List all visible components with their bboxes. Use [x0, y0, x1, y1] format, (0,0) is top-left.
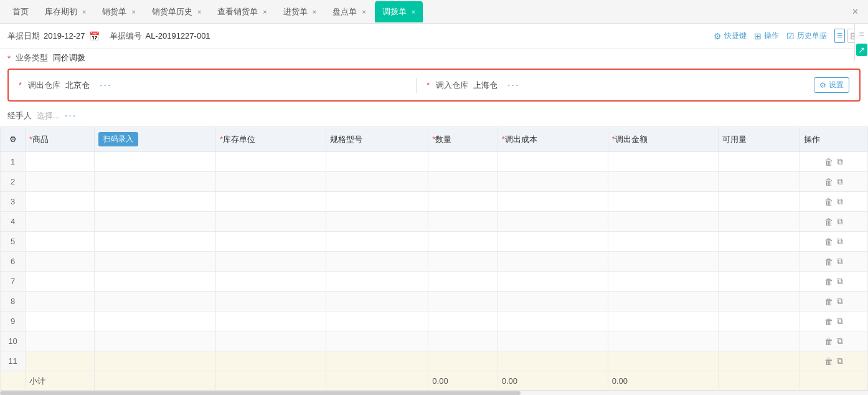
tab-close-inventory-init[interactable]: × — [82, 8, 86, 16]
copy-icon-8[interactable]: ⧉ — [837, 296, 843, 307]
row-10-unit[interactable] — [215, 331, 326, 351]
row-10-product[interactable] — [26, 331, 95, 351]
row-11-qty[interactable] — [428, 351, 498, 371]
transfer-in-more-btn[interactable]: ··· — [507, 80, 519, 91]
row-3-spec[interactable] — [326, 192, 428, 212]
tab-close-purchase[interactable]: × — [313, 8, 316, 16]
scrollbar-thumb[interactable] — [0, 391, 521, 395]
copy-icon-10[interactable]: ⧉ — [837, 336, 843, 346]
copy-icon-7[interactable]: ⧉ — [837, 276, 843, 287]
row-11-unit[interactable] — [215, 351, 326, 371]
row-11-cost[interactable] — [498, 351, 608, 371]
tab-close-transfer[interactable]: × — [412, 8, 415, 16]
row-7-spec[interactable] — [326, 272, 428, 292]
row-6-spec[interactable] — [326, 252, 428, 272]
row-8-amount[interactable] — [608, 292, 718, 312]
delete-icon-6[interactable]: 🗑 — [824, 257, 833, 267]
row-3-unit[interactable] — [215, 192, 326, 212]
row-5-cost[interactable] — [498, 232, 608, 252]
row-4-unit[interactable] — [215, 212, 326, 232]
row-5-unit[interactable] — [215, 232, 326, 252]
row-9-cost[interactable] — [498, 312, 608, 331]
row-3-product[interactable] — [26, 192, 95, 212]
row-8-spec[interactable] — [326, 292, 428, 312]
row-8-unit[interactable] — [215, 292, 326, 312]
row-6-qty[interactable] — [428, 252, 498, 272]
row-8-qty[interactable] — [428, 292, 498, 312]
tab-view-sales[interactable]: 查看销货单 × — [210, 1, 274, 22]
row-7-cost[interactable] — [498, 272, 608, 292]
row-5-product[interactable] — [26, 232, 95, 252]
row-11-product[interactable] — [26, 351, 95, 371]
delete-icon-4[interactable]: 🗑 — [824, 217, 833, 227]
row-9-qty[interactable] — [428, 312, 498, 331]
row-7-qty[interactable] — [428, 272, 498, 292]
row-1-qty[interactable] — [428, 152, 498, 172]
row-10-qty[interactable] — [428, 331, 498, 351]
sidebar-expand-icon[interactable]: ↗ — [856, 44, 867, 56]
delete-icon-10[interactable]: 🗑 — [824, 336, 833, 346]
tab-inventory-count[interactable]: 盘点单 × — [325, 1, 373, 22]
history-btn[interactable]: ☑ 历史单据 — [786, 31, 827, 41]
row-1-cost[interactable] — [498, 152, 608, 172]
row-10-cost[interactable] — [498, 331, 608, 351]
row-6-cost[interactable] — [498, 252, 608, 272]
row-5-spec[interactable] — [326, 232, 428, 252]
delete-icon-7[interactable]: 🗑 — [824, 277, 833, 287]
tab-close-sales-order[interactable]: × — [131, 8, 135, 16]
table-settings-icon[interactable]: ⚙ — [9, 135, 17, 144]
row-7-unit[interactable] — [215, 272, 326, 292]
row-2-product[interactable] — [26, 172, 95, 192]
row-4-qty[interactable] — [428, 212, 498, 232]
row-6-unit[interactable] — [215, 252, 326, 272]
shortcuts-btn[interactable]: ⚙ 快捷键 — [714, 31, 747, 41]
list-view-icon[interactable]: ≡ — [834, 29, 845, 43]
copy-icon-11[interactable]: ⧉ — [837, 356, 843, 366]
calendar-icon[interactable]: 📅 — [89, 31, 100, 41]
delete-icon-2[interactable]: 🗑 — [824, 177, 833, 187]
delete-icon-11[interactable]: 🗑 — [824, 356, 833, 366]
row-4-product[interactable] — [26, 212, 95, 232]
row-3-qty[interactable] — [428, 192, 498, 212]
copy-icon-4[interactable]: ⧉ — [837, 216, 843, 227]
row-8-cost[interactable] — [498, 292, 608, 312]
row-2-amount[interactable] — [608, 172, 718, 192]
tab-inventory-init[interactable]: 库存期初 × — [37, 1, 93, 22]
row-4-spec[interactable] — [326, 212, 428, 232]
scan-btn[interactable]: 扫码录入 — [98, 132, 138, 146]
row-6-product[interactable] — [26, 252, 95, 272]
row-2-spec[interactable] — [326, 172, 428, 192]
row-9-product[interactable] — [26, 312, 95, 331]
tab-sales-history[interactable]: 销货单历史 × — [144, 1, 209, 22]
handler-input[interactable]: 选择... — [37, 110, 60, 121]
row-9-amount[interactable] — [608, 312, 718, 331]
row-4-amount[interactable] — [608, 212, 718, 232]
global-close-button[interactable]: × — [847, 4, 863, 20]
tab-close-sales-history[interactable]: × — [197, 8, 201, 16]
row-2-unit[interactable] — [215, 172, 326, 192]
tab-sales-order[interactable]: 销货单 × — [95, 1, 143, 22]
tab-home[interactable]: 首页 — [5, 1, 36, 22]
delete-icon-1[interactable]: 🗑 — [824, 157, 833, 167]
handler-more-btn[interactable]: ··· — [65, 110, 77, 121]
row-7-product[interactable] — [26, 272, 95, 292]
row-10-spec[interactable] — [326, 331, 428, 351]
copy-icon-9[interactable]: ⧉ — [837, 316, 843, 326]
row-7-amount[interactable] — [608, 272, 718, 292]
operations-btn[interactable]: ⊞ 操作 — [754, 31, 779, 41]
copy-icon-3[interactable]: ⧉ — [837, 196, 843, 207]
delete-icon-8[interactable]: 🗑 — [824, 297, 833, 307]
row-5-qty[interactable] — [428, 232, 498, 252]
row-1-unit[interactable] — [215, 152, 326, 172]
delete-icon-5[interactable]: 🗑 — [824, 237, 833, 247]
row-3-amount[interactable] — [608, 192, 718, 212]
copy-icon-6[interactable]: ⧉ — [837, 256, 843, 267]
row-2-cost[interactable] — [498, 172, 608, 192]
row-3-cost[interactable] — [498, 192, 608, 212]
row-9-unit[interactable] — [215, 312, 326, 331]
row-11-spec[interactable] — [326, 351, 428, 371]
settings-btn[interactable]: ⚙ 设置 — [814, 77, 849, 93]
delete-icon-3[interactable]: 🗑 — [824, 197, 833, 207]
copy-icon-5[interactable]: ⧉ — [837, 236, 843, 247]
row-11-amount[interactable] — [608, 351, 718, 371]
